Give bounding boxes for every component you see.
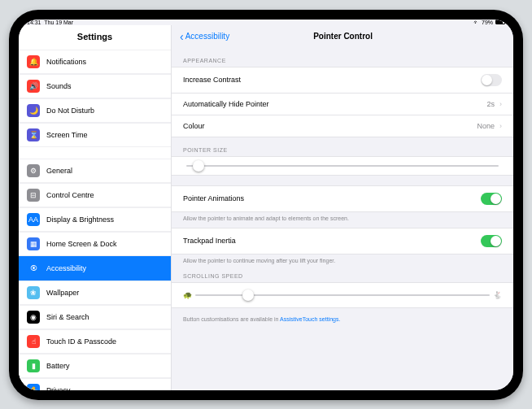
sidebar-title: Settings (19, 25, 171, 50)
trackpad-inertia-switch[interactable] (481, 235, 502, 247)
scrolling-speed-header: SCROLLING SPEED (172, 263, 513, 282)
detail-pane: ‹ Accessibility Pointer Control APPEARAN… (172, 25, 513, 390)
pointer-size-slider[interactable] (186, 165, 499, 167)
sidebar-item-label: Home Screen & Dock (46, 240, 117, 248)
colour-cell[interactable]: Colour None › (172, 115, 513, 137)
sidebar-item-label: Notifications (46, 58, 86, 66)
back-label: Accessibility (185, 32, 229, 41)
chevron-right-icon: › (499, 100, 502, 108)
sidebar-item-privacy[interactable]: ✋Privacy (19, 378, 171, 390)
pointer-size-thumb[interactable] (193, 160, 204, 172)
sidebar-item-label: Display & Brightness (46, 215, 114, 224)
accessibility-icon: ⦿ (27, 262, 40, 275)
sidebar-item-display-brightness[interactable]: AADisplay & Brightness (19, 207, 171, 232)
assistivetouch-link[interactable]: AssistiveTouch settings. (280, 316, 340, 322)
battery-icon: ▮ (27, 359, 40, 372)
sidebar-item-wallpaper[interactable]: ❀Wallpaper (19, 281, 171, 305)
do-not-disturb-icon: 🌙 (27, 104, 40, 117)
status-date: Thu 19 Mar (44, 20, 73, 25)
sidebar-item-do-not-disturb[interactable]: 🌙Do Not Disturb (19, 98, 171, 123)
notifications-icon: 🔔 (27, 55, 40, 68)
sidebar-item-label: Control Centre (46, 191, 94, 199)
sidebar-item-home-screen-dock[interactable]: ▦Home Screen & Dock (19, 232, 171, 256)
status-time-date: 14:31 Thu 19 Mar (27, 20, 73, 25)
scrolling-speed-slider[interactable] (195, 294, 490, 296)
hare-icon: 🐇 (493, 291, 502, 299)
sidebar-item-label: Wallpaper (46, 289, 79, 297)
sidebar-item-label: Sounds (46, 82, 72, 90)
sidebar-item-accessibility[interactable]: ⦿Accessibility (19, 256, 171, 281)
wallpaper-icon: ❀ (27, 286, 40, 299)
sidebar-item-label: Screen Time (46, 131, 88, 139)
sidebar-item-label: Touch ID & Passcode (46, 337, 116, 346)
sidebar-scroll[interactable]: 🔔Notifications🔊Sounds🌙Do Not Disturb⌛Scr… (19, 50, 171, 390)
increase-contrast-label: Increase Contrast (183, 76, 481, 84)
colour-value: None (477, 122, 495, 130)
control-centre-icon: ⊟ (27, 189, 40, 202)
sidebar-item-general[interactable]: ⚙︎General (19, 159, 171, 183)
detail-header: ‹ Accessibility Pointer Control (172, 25, 513, 48)
scrolling-speed-thumb[interactable] (242, 289, 254, 301)
status-time: 14:31 (27, 20, 41, 25)
increase-contrast-cell[interactable]: Increase Contrast (172, 67, 513, 94)
wifi-icon: ᯤ (473, 20, 479, 25)
pointer-animations-hint: Allow the pointer to animate and adapt t… (172, 212, 513, 221)
screen-time-icon: ⌛ (27, 128, 40, 141)
pointer-animations-label: Pointer Animations (183, 194, 481, 202)
pointer-animations-cell[interactable]: Pointer Animations (172, 185, 513, 212)
scrolling-speed-slider-cell[interactable]: 🐢 🐇 (172, 282, 513, 308)
sounds-icon: 🔊 (27, 80, 40, 93)
auto-hide-value: 2s (486, 100, 495, 108)
sidebar-item-siri-search[interactable]: ◉Siri & Search (19, 305, 171, 329)
home-screen-dock-icon: ▦ (27, 237, 40, 250)
sidebar-item-label: Accessibility (46, 264, 86, 272)
settings-sidebar: Settings 🔔Notifications🔊Sounds🌙Do Not Di… (19, 25, 172, 390)
battery-pct: 79% (482, 20, 493, 25)
footer-text: Button customisations are available in (183, 316, 280, 322)
sidebar-item-label: Battery (46, 362, 70, 370)
sidebar-item-control-centre[interactable]: ⊟Control Centre (19, 183, 171, 207)
display-brightness-icon: AA (27, 213, 40, 226)
sidebar-item-touch-id-passcode[interactable]: ☝︎Touch ID & Passcode (19, 329, 171, 354)
sidebar-item-screen-time[interactable]: ⌛Screen Time (19, 123, 171, 147)
sidebar-item-label: General (46, 167, 72, 175)
screen: 14:31 Thu 19 Mar ᯤ 79% Settings 🔔Notific… (19, 20, 513, 390)
trackpad-inertia-cell[interactable]: Trackpad Inertia (172, 228, 513, 255)
sidebar-item-sounds[interactable]: 🔊Sounds (19, 74, 171, 98)
footer-note: Button customisations are available in A… (172, 308, 513, 330)
tortoise-icon: 🐢 (183, 291, 192, 299)
sidebar-item-battery[interactable]: ▮Battery (19, 354, 171, 378)
auto-hide-cell[interactable]: Automatically Hide Pointer 2s › (172, 94, 513, 115)
chevron-right-icon: › (499, 122, 502, 130)
pointer-size-header: POINTER SIZE (172, 137, 513, 156)
trackpad-inertia-label: Trackpad Inertia (183, 237, 481, 245)
general-icon: ⚙︎ (27, 164, 40, 177)
status-bar: 14:31 Thu 19 Mar ᯤ 79% (19, 20, 513, 25)
sidebar-item-label: Privacy (46, 386, 71, 390)
battery-icon (495, 20, 505, 24)
ipad-device-frame: 14:31 Thu 19 Mar ᯤ 79% Settings 🔔Notific… (9, 10, 523, 400)
sidebar-item-label: Do Not Disturb (46, 107, 94, 115)
sidebar-item-label: Siri & Search (46, 313, 89, 321)
page-title: Pointer Control (229, 32, 456, 41)
auto-hide-label: Automatically Hide Pointer (183, 100, 486, 108)
colour-label: Colour (183, 122, 477, 130)
trackpad-inertia-hint: Allow the pointer to continue moving aft… (172, 255, 513, 263)
siri-search-icon: ◉ (27, 311, 40, 324)
sidebar-item-notifications[interactable]: 🔔Notifications (19, 50, 171, 74)
increase-contrast-switch[interactable] (481, 74, 502, 86)
appearance-header: APPEARANCE (172, 48, 513, 67)
pointer-size-slider-cell[interactable] (172, 156, 513, 176)
pointer-animations-switch[interactable] (481, 193, 502, 205)
privacy-icon: ✋ (27, 384, 40, 390)
back-button[interactable]: ‹ Accessibility (180, 32, 229, 41)
touch-id-passcode-icon: ☝︎ (27, 335, 40, 348)
